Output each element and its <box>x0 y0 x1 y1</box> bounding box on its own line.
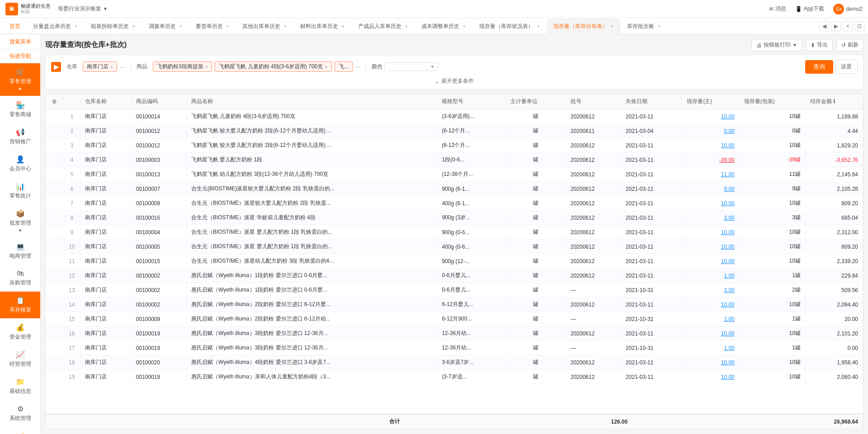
col-stock-main-cell[interactable]: 1.00 <box>682 269 739 283</box>
tab-cost-adjust[interactable]: 成本调整单历史 × <box>415 19 472 33</box>
col-spec-cell: (6-12个月... <box>437 138 506 153</box>
tab-close-btn[interactable]: × <box>843 21 853 31</box>
col-stock-main-cell[interactable]: 10.00 <box>682 196 739 211</box>
close-icon[interactable]: × <box>341 24 345 29</box>
tab-transfer[interactable]: 调拨单历史 × <box>143 19 189 33</box>
close-icon[interactable]: × <box>74 24 78 29</box>
user-avatar[interactable]: Ea demo2 <box>833 4 863 14</box>
col-expire-cell: 2021-10-31 <box>621 312 682 326</box>
tab-request[interactable]: 要货单历史 × <box>190 19 236 33</box>
sidebar-item-retail-stats[interactable]: 📊 零售统计 <box>0 178 40 205</box>
col-settings[interactable]: ⚙ <box>46 94 64 109</box>
sidebar-search[interactable]: 搜索英单 <box>0 34 40 50</box>
sidebar-item-marketing[interactable]: 📢 营销推广 <box>0 123 40 151</box>
query-btn[interactable]: 查询 <box>805 60 833 74</box>
workspace-selector[interactable]: 母婴行业演示账套 ▼ <box>58 5 108 13</box>
close-icon[interactable]: × <box>179 24 183 29</box>
color-select-box[interactable]: ▼ <box>384 62 439 71</box>
sidebar-item-enterprise-coop[interactable]: 🤝 企业协同 <box>0 427 40 434</box>
message-btn[interactable]: ✉ 消息 <box>769 5 786 13</box>
col-stock-main-cell[interactable]: 10.00 <box>682 240 739 254</box>
col-code-cell: 00100012 <box>131 138 186 153</box>
close-icon[interactable]: × <box>132 24 136 29</box>
product-more-dots[interactable]: ··· <box>355 63 361 71</box>
col-stock-main-cell[interactable]: 10.00 <box>682 355 739 370</box>
col-spec-cell: 6-12月900... <box>437 312 506 326</box>
col-stock-pkg-cell: 10罐 <box>739 225 805 240</box>
col-seq-cell: 12 <box>64 269 80 283</box>
col-stock-main-cell[interactable]: 9.00 <box>682 182 739 196</box>
col-unit-cell: 罐 <box>505 153 566 167</box>
col-balance-cell: 20.00 <box>805 312 863 326</box>
col-stock-main-cell[interactable]: -39.00 <box>682 153 739 167</box>
export-btn[interactable]: ⬇ 导出 <box>806 39 833 51</box>
col-stock-main-cell[interactable]: 3.00 <box>682 211 739 225</box>
tab-stock-status[interactable]: 现存量（库存状况表） × <box>473 19 547 33</box>
template-print-btn[interactable]: 🖨 按模板打印 ▼ <box>751 39 802 51</box>
col-expire-cell: 2021-03-11 <box>621 355 682 370</box>
col-settings-cell <box>46 240 64 254</box>
refresh-btn[interactable]: ↺ 刷新 <box>836 39 863 51</box>
coop-icon: 🤝 <box>16 432 25 434</box>
close-icon[interactable]: × <box>283 24 288 29</box>
col-stock-main-cell[interactable]: 0.00 <box>682 124 739 138</box>
col-stock-main-cell[interactable]: 10.00 <box>682 370 739 384</box>
remove-product-tag-1[interactable]: × <box>205 64 208 70</box>
close-icon[interactable]: × <box>226 24 230 29</box>
setting-btn[interactable]: 设置 <box>835 60 858 74</box>
col-stock-main-cell[interactable]: 10.00 <box>682 326 739 341</box>
filter-expand-btn[interactable]: ▶ <box>51 62 61 72</box>
remove-warehouse-tag[interactable]: × <box>110 64 113 70</box>
tab-next-btn[interactable]: ▶ <box>831 21 841 31</box>
col-spec-cell: 0-6月婴儿... <box>437 269 506 283</box>
col-stock-main-cell[interactable]: 1.00 <box>682 312 739 326</box>
sidebar-item-finance[interactable]: 💰 资金管理 <box>0 319 40 346</box>
warehouse-more-dots[interactable]: ··· <box>120 63 125 71</box>
sidebar-item-basic-info[interactable]: 📁 基础信息 <box>0 373 40 400</box>
expand-more-btn[interactable]: ⌄ 展开更多条件 <box>51 77 858 85</box>
col-stock-main-cell[interactable]: 10.00 <box>682 109 739 124</box>
app-download-btn[interactable]: 📱 App下载 <box>795 5 824 13</box>
tab-disassemble[interactable]: 组装拆卸单历史 × <box>85 19 142 33</box>
close-icon[interactable]: × <box>610 24 615 29</box>
col-stock-main-cell[interactable]: 10.00 <box>682 138 739 153</box>
col-stock-main-cell[interactable]: 10.00 <box>682 254 739 269</box>
tab-material-out[interactable]: 材料出库单历史 × <box>294 19 351 33</box>
close-icon[interactable]: × <box>404 24 409 29</box>
sidebar-item-ops[interactable]: 📈 经营管理 <box>0 346 40 373</box>
col-batch-cell: 20200612 <box>566 182 621 196</box>
col-stock-main-cell[interactable]: 10.00 <box>682 297 739 312</box>
tab-prev-btn[interactable]: ◀ <box>819 21 829 31</box>
col-settings-cell <box>46 225 64 240</box>
tab-other-out[interactable]: 其他出库单历史 × <box>236 19 293 33</box>
col-stock-main-cell[interactable]: 11.00 <box>682 167 739 182</box>
tab-home[interactable]: 首页 <box>4 19 26 33</box>
tab-split-inventory[interactable]: 分量盘点单历史 × <box>27 19 84 33</box>
tab-product-in[interactable]: 产成品入库单历史 × <box>352 19 415 33</box>
sidebar-item-ecommerce[interactable]: 💻 电商管理 <box>0 238 40 265</box>
table-scroll[interactable]: ⚙ 仓库名称 商品编码 商品名称 规格型号 主计量单位 批号 失效日期 现存量(… <box>46 94 863 414</box>
tab-expand-btn[interactable]: ⊡ <box>854 21 864 31</box>
table-row: 8 南库门店 00100016 合生元（BIOSTIME）派星 学龄前儿童配方奶… <box>46 211 863 225</box>
sidebar-item-stock-check[interactable]: 📋 库存核算 <box>0 292 40 319</box>
sidebar-item-system[interactable]: ⚙ 系统管理 <box>0 400 40 427</box>
close-icon[interactable]: × <box>536 24 541 29</box>
tab-stock-dist[interactable]: 现存量（库存分布表） × <box>547 19 621 33</box>
col-stock-main-cell[interactable]: 10.00 <box>682 225 739 240</box>
tab-batch-bill[interactable]: 库存批次账 × <box>621 19 667 33</box>
sidebar-quick-nav[interactable]: 快捷导航 <box>0 50 40 63</box>
col-seq-cell: 2 <box>64 124 80 138</box>
close-icon[interactable]: × <box>657 24 661 29</box>
sidebar-item-wholesale-mgmt[interactable]: 📦 批发管理 ▼ <box>0 205 40 238</box>
message-icon: ✉ <box>769 6 774 12</box>
remove-product-tag-2[interactable]: × <box>325 64 327 70</box>
chevron-down-icon: ▼ <box>793 42 797 47</box>
sidebar-item-retail-mgmt[interactable]: 🛒 零售管理 ▼ <box>0 63 40 96</box>
col-name-cell: 飞鹤星飞帆 较大婴儿配方奶粉 2段(6-12个月婴幼儿适用) ... <box>186 124 437 138</box>
col-stock-main-cell[interactable]: 2.00 <box>682 283 739 297</box>
sidebar-item-retail-shop[interactable]: 🏪 零售商城 <box>0 96 40 123</box>
close-icon[interactable]: × <box>462 24 467 29</box>
sidebar-item-member-center[interactable]: 👤 会员中心 <box>0 151 40 178</box>
sidebar-item-purchase[interactable]: 🛍 采购管理 <box>0 265 40 292</box>
col-stock-main-cell[interactable]: 1.00 <box>682 341 739 355</box>
